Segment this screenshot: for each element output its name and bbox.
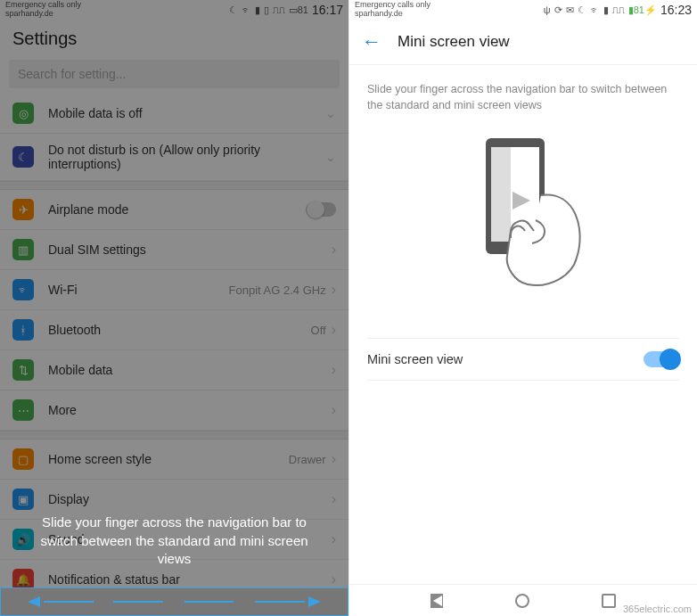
- nav-home-icon[interactable]: [515, 594, 529, 608]
- airplane-toggle[interactable]: [306, 202, 336, 217]
- mobile-data-off-icon: ◎: [12, 103, 34, 124]
- home-style-icon: ▢: [12, 448, 34, 470]
- nav-recent-icon[interactable]: [237, 595, 251, 609]
- sync-icon: ⟳: [554, 4, 562, 16]
- bluetooth-icon: ᚼ: [12, 319, 34, 341]
- chevron-down-icon: ⌄: [325, 150, 336, 164]
- mobile-data-icon: ⇅: [12, 359, 34, 381]
- section-divider: [0, 431, 348, 439]
- row-mobile-data[interactable]: ⇅ Mobile data ›: [0, 350, 348, 390]
- swipe-illustration: [367, 133, 679, 302]
- row-label: Mobile data: [48, 363, 332, 377]
- page-header: ← Mini screen view: [349, 20, 697, 65]
- nav-home-icon[interactable]: [167, 595, 181, 609]
- page-body: Slide your finger across the navigation …: [349, 65, 697, 584]
- row-label: More: [48, 403, 332, 417]
- status-bar: Emergency calls only sparhandy.de ψ ⟳ ✉ …: [349, 0, 697, 20]
- status-right: ☾ ᯤ ▮ ▯ ⎍⎍ ▭81 16:17: [229, 3, 343, 17]
- row-label: Home screen style: [48, 452, 289, 466]
- signal-icon: ▮: [603, 4, 609, 16]
- mail-icon: ✉: [566, 4, 574, 16]
- swipe-left-arrow-icon: [28, 596, 40, 607]
- back-arrow-icon[interactable]: ←: [362, 30, 381, 53]
- status-bar: Emergency calls only sparhandy.de ☾ ᯤ ▮ …: [0, 0, 348, 20]
- battery-icon: ▭81: [289, 4, 308, 16]
- swipe-track: [184, 601, 234, 603]
- row-home-style[interactable]: ▢ Home screen style Drawer ›: [0, 439, 348, 480]
- swipe-track: [44, 601, 94, 603]
- chevron-right-icon: ›: [332, 451, 336, 467]
- row-value: Fonpit AG 2.4 GHz: [229, 283, 326, 297]
- chevron-right-icon: ›: [332, 571, 336, 587]
- row-label: Notification & status bar: [48, 572, 332, 587]
- watermark: 365electric.com: [623, 604, 692, 614]
- navigation-bar[interactable]: [0, 587, 348, 616]
- chevron-down-icon: ⌄: [325, 106, 336, 120]
- signal-icon: ▮: [255, 4, 260, 16]
- section-divider: [0, 181, 348, 190]
- swipe-track: [255, 601, 305, 603]
- chevron-right-icon: ›: [332, 322, 336, 338]
- right-screenshot: Emergency calls only sparhandy.de ψ ⟳ ✉ …: [349, 0, 697, 616]
- signal-icon: ▯: [264, 4, 269, 16]
- moon-icon: ☾: [578, 4, 586, 16]
- airplane-icon: ✈: [12, 199, 34, 220]
- display-icon: ▣: [12, 489, 34, 510]
- phone-hand-icon: [443, 133, 603, 302]
- chevron-right-icon: ›: [332, 282, 336, 298]
- chevron-right-icon: ›: [332, 362, 336, 378]
- nav-back-icon[interactable]: [430, 594, 443, 608]
- row-mobile-data-off[interactable]: ◎ Mobile data is off ⌄: [0, 94, 348, 134]
- row-more[interactable]: ⋯ More ›: [0, 390, 348, 431]
- status-clock: 16:17: [312, 3, 343, 17]
- sim-icon: ▥: [12, 239, 34, 260]
- chevron-right-icon: ›: [332, 531, 336, 547]
- nav-recent-icon[interactable]: [602, 594, 616, 608]
- usb-icon: ψ: [544, 4, 551, 15]
- mini-screen-toggle[interactable]: [644, 351, 679, 367]
- status-carrier: Emergency calls only sparhandy.de: [5, 1, 81, 19]
- svg-rect-2: [491, 147, 511, 242]
- instruction-text: Slide your finger across the navigation …: [367, 81, 679, 113]
- dnd-icon: ☾: [12, 146, 34, 168]
- swipe-right-arrow-icon: [308, 596, 321, 607]
- row-dual-sim[interactable]: ▥ Dual SIM settings ›: [0, 230, 348, 270]
- row-label: Display: [48, 492, 332, 506]
- row-dnd[interactable]: ☾ Do not disturb is on (Allow only prior…: [0, 134, 348, 181]
- row-label: Mobile data is off: [48, 106, 325, 120]
- row-airplane[interactable]: ✈ Airplane mode: [0, 190, 348, 230]
- page-title: Mini screen view: [398, 33, 510, 51]
- row-label: Airplane mode: [48, 202, 306, 217]
- row-label: Bluetooth: [48, 323, 311, 337]
- swipe-track: [113, 601, 163, 603]
- row-label: Wi-Fi: [48, 283, 229, 297]
- status-carrier: Emergency calls only sparhandy.de: [355, 1, 430, 19]
- row-value: Off: [311, 324, 326, 337]
- mini-screen-toggle-row[interactable]: Mini screen view: [367, 338, 679, 381]
- search-input[interactable]: Search for setting...: [9, 60, 340, 88]
- chevron-right-icon: ›: [332, 242, 336, 258]
- chevron-right-icon: ›: [332, 491, 336, 507]
- cell-bars-icon: ⎍⎍: [612, 4, 625, 15]
- toggle-label: Mini screen view: [367, 352, 644, 366]
- row-bluetooth[interactable]: ᚼ Bluetooth Off ›: [0, 310, 348, 350]
- wifi-icon: ᯤ: [12, 279, 34, 300]
- row-label: Dual SIM settings: [48, 242, 332, 257]
- swipe-hint-tooltip: Slide your finger across the navigation …: [18, 508, 331, 573]
- row-wifi[interactable]: ᯤ Wi-Fi Fonpit AG 2.4 GHz ›: [0, 270, 348, 310]
- row-value: Drawer: [289, 453, 326, 466]
- status-clock: 16:23: [660, 3, 692, 17]
- page-title: Settings: [0, 20, 348, 56]
- nav-back-icon[interactable]: [97, 595, 110, 609]
- battery-charging-icon: ▮81⚡: [628, 4, 657, 16]
- moon-icon: ☾: [229, 4, 238, 16]
- status-right: ψ ⟳ ✉ ☾ ᯤ ▮ ⎍⎍ ▮81⚡ 16:23: [544, 3, 692, 17]
- cell-bars-icon: ⎍⎍: [273, 4, 285, 15]
- more-icon: ⋯: [12, 399, 34, 421]
- left-screenshot: Emergency calls only sparhandy.de ☾ ᯤ ▮ …: [0, 0, 349, 616]
- wifi-icon: ᯤ: [590, 4, 600, 15]
- wifi-icon: ᯤ: [242, 4, 251, 15]
- row-label: Do not disturb is on (Allow only priorit…: [48, 143, 325, 171]
- chevron-right-icon: ›: [332, 402, 336, 418]
